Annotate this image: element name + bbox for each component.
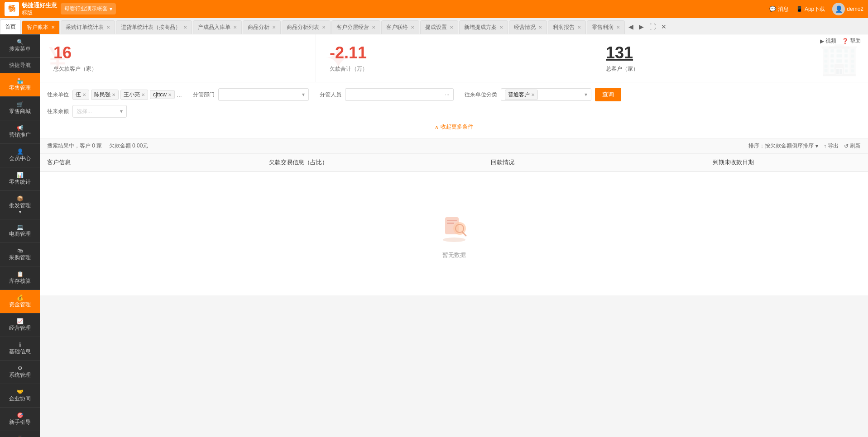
sidebar-item-operation[interactable]: 📈 经营管理	[0, 314, 40, 337]
svg-rect-3	[447, 223, 454, 224]
stat-value-customers: 16	[53, 43, 302, 62]
tab-purchase-stat[interactable]: 进货单统计表（按商品） ✕	[116, 20, 192, 34]
app-download-btn[interactable]: 📱 App下载	[796, 5, 825, 13]
remove-normal-tag[interactable]: ✕	[531, 92, 535, 97]
sidebar-item-marketing[interactable]: 📢 营销推广	[0, 120, 40, 144]
ecommerce-icon: 💻	[0, 224, 40, 230]
refresh-btn[interactable]: ↺ 刷新	[844, 142, 861, 150]
filter-tag-normal[interactable]: 普通客户 ✕	[505, 90, 538, 100]
sidebar-quick-nav[interactable]: 快捷导航	[0, 58, 40, 73]
branch-dept-select[interactable]: ▾	[218, 88, 309, 101]
sidebar-search[interactable]: 🔍 搜索菜单	[0, 34, 40, 58]
filter-more-btn[interactable]: ...	[177, 91, 182, 98]
empty-illustration	[436, 208, 472, 246]
sidebar-item-retail-mgmt[interactable]: 🏪 零售管理	[0, 73, 40, 97]
tab-bar: 首页 客户账本 ✕ 采购订单统计表 ✕ 进货单统计表（按商品） ✕ 产成品入库单…	[0, 18, 868, 34]
tab-product-analysis[interactable]: 商品分析 ✕	[243, 20, 281, 34]
result-actions: 排序：按欠款金额倒序排序 ▾ ↑ 导出 ↺ 刷新	[748, 142, 861, 150]
search-result-info: 搜索结果中，客户 0 家 欠款金额 0.00元	[47, 142, 148, 150]
svg-rect-2	[447, 220, 457, 221]
enterprise-selector[interactable]: 母婴行业演示帐套 ▾	[61, 3, 116, 14]
video-help-btn[interactable]: ▶ 视频	[820, 37, 836, 45]
tab-customer-layer[interactable]: 客户分层经营 ✕	[331, 20, 380, 34]
collab-icon: 🤝	[0, 389, 40, 395]
tab-customer-contact[interactable]: 客户联络 ✕	[381, 20, 419, 34]
collapse-btn[interactable]: ∧ 收起更多条件	[47, 121, 861, 133]
tab-close-icon[interactable]: ✕	[499, 25, 503, 30]
tab-product-analysis-list[interactable]: 商品分析列表 ✕	[282, 20, 331, 34]
top-bar: 畅 畅捷通好生意 标版 母婴行业演示帐套 ▾ 💬 消息 📱 App下载 👤	[0, 0, 868, 18]
logo-icon: 畅	[5, 2, 19, 16]
tab-product-in[interactable]: 产成品入库单 ✕	[193, 20, 242, 34]
app-container: 畅 畅捷通好生意 标版 母婴行业演示帐套 ▾ 💬 消息 📱 App下载 👤	[0, 0, 868, 437]
sidebar-item-finance[interactable]: 💰 资金管理	[0, 290, 40, 314]
tab-close-icon[interactable]: ✕	[372, 25, 375, 30]
table-header: 客户信息 欠款交易信息（占比） 回款情况 到期未收款日期	[40, 154, 868, 172]
chevron-icon: ▾	[0, 209, 40, 214]
tab-customer-ledger[interactable]: 客户账本 ✕	[22, 20, 60, 34]
filter-tag-wang[interactable]: 王小亮 ✕	[120, 90, 148, 100]
operation-icon: 📈	[0, 318, 40, 324]
tab-close-icon[interactable]: ✕	[51, 25, 55, 30]
sidebar-item-app-center[interactable]: 📱 应用中心	[0, 431, 40, 437]
export-btn[interactable]: ↑ 导出	[824, 142, 839, 150]
sidebar-item-system[interactable]: ⚙ 系统管理	[0, 361, 40, 384]
sidebar-item-purchase[interactable]: 🛍 采购管理	[0, 243, 40, 266]
tab-operation[interactable]: 经营情况 ✕	[509, 20, 547, 34]
unit-label: 往来单位	[47, 91, 69, 99]
help-icon: ❓	[842, 38, 849, 44]
remove-tag-wu[interactable]: ✕	[82, 92, 86, 97]
sidebar-item-retail-stat[interactable]: 📊 零售统计	[0, 167, 40, 191]
sidebar-item-wholesale[interactable]: 📦 批发管理 ▾	[0, 191, 40, 219]
tab-close-icon[interactable]: ✕	[538, 25, 542, 30]
message-icon: 💬	[769, 6, 776, 12]
tab-commission-new[interactable]: 新增提成方案 ✕	[459, 20, 508, 34]
sidebar-item-inventory[interactable]: 📋 库存核算	[0, 266, 40, 290]
tab-nav-prev[interactable]: ◀	[626, 19, 636, 34]
filter-tag-chen[interactable]: 陈民强 ✕	[91, 90, 119, 100]
system-icon: ⚙	[0, 365, 40, 371]
tab-commission-set[interactable]: 提成设置 ✕	[420, 20, 458, 34]
branch-person-select[interactable]: ···	[345, 88, 454, 101]
remove-tag-wang[interactable]: ✕	[141, 92, 145, 97]
user-profile[interactable]: 👤 demo2	[832, 3, 863, 15]
svg-point-0	[443, 238, 465, 242]
tab-close-icon[interactable]: ✕	[322, 25, 326, 30]
sidebar-item-member[interactable]: 👤 会员中心	[0, 144, 40, 167]
filter-tag-cj[interactable]: cjttcw ✕	[150, 90, 175, 99]
sort-select[interactable]: 排序：按欠款金额倒序排序 ▾	[748, 142, 818, 150]
tab-retail-profit[interactable]: 零售利润 ✕	[587, 20, 625, 34]
help-btn[interactable]: ❓ 帮助	[842, 37, 861, 45]
top-right: 💬 消息 📱 App下载 👤 demo2	[769, 3, 863, 15]
col-customer-info: 客户信息	[47, 158, 269, 166]
sidebar-item-newbie[interactable]: 🎯 新手引导	[0, 408, 40, 431]
tab-close-icon[interactable]: ✕	[106, 25, 110, 30]
sidebar-item-retail-mall[interactable]: 🛒 零售商城	[0, 97, 40, 120]
tab-home[interactable]: 首页	[0, 19, 21, 34]
remove-tag-cj[interactable]: ✕	[168, 92, 172, 97]
query-button[interactable]: 查询	[595, 88, 621, 101]
tab-profit-report[interactable]: 利润报告 ✕	[548, 20, 586, 34]
tab-close-icon[interactable]: ✕	[450, 25, 453, 30]
unit-type-select[interactable]: 普通客户 ✕ ▾	[501, 88, 591, 101]
tab-purchase-order[interactable]: 采购订单统计表 ✕	[61, 20, 115, 34]
tab-nav-next[interactable]: ▶	[636, 19, 647, 34]
tab-close-icon[interactable]: ✕	[411, 25, 414, 30]
tab-fullscreen[interactable]: ⛶	[647, 19, 658, 34]
remain-select[interactable]: 选择... ▾	[72, 105, 127, 118]
sidebar-item-basic-info[interactable]: ℹ 基础信息	[0, 337, 40, 361]
remove-tag-chen[interactable]: ✕	[112, 92, 115, 97]
tab-close-icon[interactable]: ✕	[616, 25, 620, 30]
tab-close-icon[interactable]: ✕	[577, 25, 581, 30]
tab-close-icon[interactable]: ✕	[272, 25, 276, 30]
stat-icon: 📊	[0, 172, 40, 178]
sidebar-item-ecommerce[interactable]: 💻 电商管理	[0, 219, 40, 243]
sidebar-item-collab[interactable]: 🤝 企业协同	[0, 384, 40, 408]
col-arrears-info: 欠款交易信息（占比）	[269, 158, 491, 166]
branch-person-label: 分管人员	[320, 91, 341, 99]
tab-close-icon[interactable]: ✕	[183, 25, 187, 30]
tab-close-all[interactable]: ✕	[658, 19, 669, 34]
message-btn[interactable]: 💬 消息	[769, 5, 789, 13]
tab-close-icon[interactable]: ✕	[233, 25, 237, 30]
filter-tag-wu[interactable]: 伍 ✕	[72, 90, 89, 100]
